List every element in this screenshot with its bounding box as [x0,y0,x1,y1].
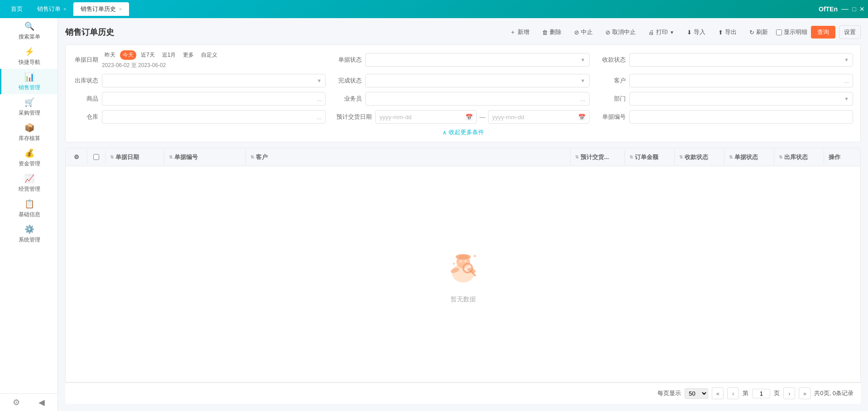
tab-sales-order-history[interactable]: 销售订单历史 × [73,2,129,16]
th-date[interactable]: ⇅ 单据日期 [106,150,164,165]
th-number[interactable]: ⇅ 单据编号 [164,150,246,165]
th-receipt[interactable]: ⇅ 收款状态 [675,150,724,165]
delivery-date-end-control[interactable]: yyyy-mm-dd 📅 [488,110,590,124]
date-tab-yesterday[interactable]: 昨天 [102,50,118,60]
sidebar-item-operation[interactable]: 📈 经营管理 [0,170,58,196]
date-tab-7days[interactable]: 近7天 [138,50,158,60]
sidebar-collapse-icon[interactable]: ◀ [38,397,45,407]
tab-sales-order-history-close[interactable]: × [119,6,121,12]
prev-page-icon: ‹ [732,390,734,397]
sidebar-settings-icon[interactable]: ⚙ [13,397,20,407]
sales-icon: 📊 [24,72,34,82]
select-all-checkbox[interactable] [93,154,99,160]
show-detail-checkbox-label[interactable]: 显示明细 [776,28,807,36]
receipt-status-control[interactable]: ▼ [629,53,853,67]
th-customer[interactable]: ⇅ 客户 [246,150,571,165]
prev-page-button[interactable]: ‹ [727,387,739,399]
th-settings[interactable]: ⚙ [66,150,87,164]
sort-delivery-icon: ⇅ [575,155,579,160]
date-tab-1month[interactable]: 近1月 [159,50,179,60]
customer-dots: ... [844,77,849,84]
sidebar-basic-label: 基础信息 [19,211,40,218]
sidebar-item-finance[interactable]: 💰 资金管理 [0,145,58,170]
delivery-date-start-control[interactable]: yyyy-mm-dd 📅 [375,110,477,124]
close-btn[interactable]: × [859,5,864,14]
last-page-icon: » [803,390,806,397]
th-outbound[interactable]: ⇅ 出库状态 [774,150,824,165]
salesperson-control[interactable]: ... [365,92,589,106]
stop-icon: ⊘ [574,29,579,36]
bill-number-control[interactable] [629,110,853,124]
new-icon: ＋ [510,28,516,36]
filter-row-4: 仓库 ... 预计交货日期 yyyy-mm-dd 📅 [73,110,853,124]
per-page-select[interactable]: 50 10 20 100 [685,388,708,399]
sidebar-item-sales[interactable]: 📊 销售管理 [0,69,58,94]
tab-home-label: 首页 [11,5,23,13]
new-button[interactable]: ＋ 新增 [505,26,534,39]
th-status[interactable]: ⇅ 单据状态 [724,150,774,165]
customer-control[interactable]: ... [629,74,853,87]
outbound-label: 出库状态 [73,77,102,85]
print-button[interactable]: 🖨 打印 ▼ [644,26,679,39]
maximize-btn[interactable]: □ [852,5,856,13]
complete-control[interactable]: ▼ [365,74,589,87]
sort-amount-icon: ⇅ [629,155,633,160]
import-button[interactable]: ⬇ 导入 [682,26,710,39]
sidebar-item-purchase[interactable]: 🛒 采购管理 [0,94,58,120]
content-area: 销售订单历史 ＋ 新增 🗑 删除 ⊘ 中止 ⊘ [58,18,868,411]
sidebar-item-basic[interactable]: 📋 基础信息 [0,196,58,221]
date-tab-more[interactable]: 更多 [180,50,197,60]
refresh-button[interactable]: ↻ 刷新 [745,26,772,39]
date-tab-custom[interactable]: 自定义 [198,50,220,60]
sidebar-bottom: ⚙ ◀ [0,393,58,411]
cancel-stop-button[interactable]: ⊘ 取消中止 [601,26,640,39]
th-delivery[interactable]: ⇅ 预计交货... [571,150,625,165]
filter-warehouse: 仓库 ... [73,110,326,124]
bill-status-control[interactable]: ▼ [365,53,589,67]
calendar-start-icon[interactable]: 📅 [465,114,473,121]
collapse-row[interactable]: ∧ 收起更多条件 [73,128,853,136]
sidebar-item-system[interactable]: ⚙️ 系统管理 [0,221,58,247]
stop-button[interactable]: ⊘ 中止 [570,26,597,39]
page-header: 销售订单历史 ＋ 新增 🗑 删除 ⊘ 中止 ⊘ [65,25,861,39]
last-page-button[interactable]: » [799,387,810,399]
delete-label: 删除 [550,28,561,36]
delete-button[interactable]: 🗑 删除 [537,26,566,39]
goods-control[interactable]: ... [102,92,326,106]
first-page-button[interactable]: « [712,387,724,399]
complete-chevron-icon: ▼ [580,78,585,83]
sidebar-item-inventory[interactable]: 📦 库存核算 [0,120,58,145]
receipt-status-label: 收款状态 [600,56,629,64]
th-amount[interactable]: ⇅ 订单金额 [625,150,675,165]
empty-illustration: ✦ ✦ [441,245,486,290]
minimize-btn[interactable]: — [841,5,849,13]
basic-icon: 📋 [24,199,34,209]
page-number-input[interactable] [752,389,770,398]
export-button[interactable]: ⬆ 导出 [714,26,741,39]
show-detail-checkbox[interactable] [776,29,782,35]
filter-department: 部门 ▼ [600,92,853,106]
goods-label: 商品 [73,95,102,103]
inventory-icon: 📦 [24,123,34,133]
query-button[interactable]: 查询 [811,26,835,39]
export-label: 导出 [725,28,737,36]
tab-sales-order[interactable]: 销售订单 × [30,2,73,16]
sidebar-item-quick-nav[interactable]: ⚡ 快捷导航 [0,44,58,69]
next-page-button[interactable]: › [783,387,795,399]
calendar-end-icon[interactable]: 📅 [578,114,585,121]
th-checkbox[interactable] [87,150,106,164]
empty-state: ✦ ✦ 暂无数据 [66,166,860,382]
bill-status-chevron-icon: ▼ [580,57,585,63]
warehouse-control[interactable]: ... [102,110,326,124]
svg-point-8 [460,261,461,262]
tab-home[interactable]: 首页 [4,2,30,16]
sidebar-item-search-menu[interactable]: 🔍 搜索菜单 [0,18,58,44]
quick-nav-icon: ⚡ [24,47,34,57]
settings-config-button[interactable]: 设置 [839,25,861,39]
sidebar-purchase-label: 采购管理 [19,109,40,117]
date-tab-today[interactable]: 今天 [120,50,136,60]
tab-sales-order-close[interactable]: × [63,6,66,12]
sidebar-inventory-label: 库存核算 [19,135,40,142]
department-control[interactable]: ▼ [629,92,853,106]
outbound-control[interactable]: ▼ [102,74,326,87]
